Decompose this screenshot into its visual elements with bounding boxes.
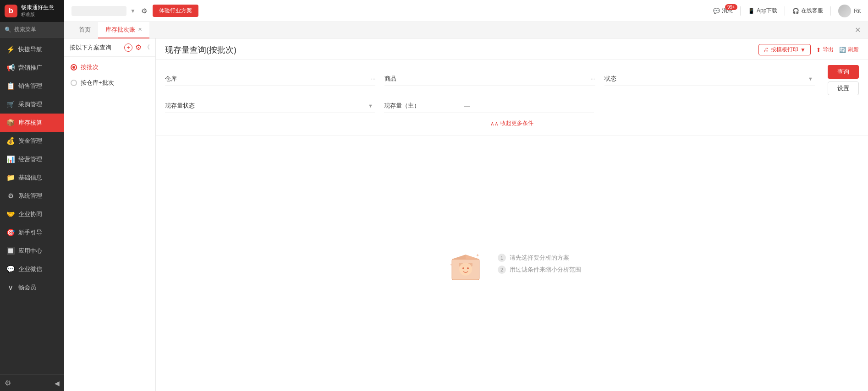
warehouse-more-icon[interactable]: ···	[371, 76, 375, 82]
collapse-more-label: 收起更多条件	[500, 119, 533, 127]
sidebar-item-purchase[interactable]: 🛒 采购管理	[0, 95, 64, 114]
app-version: 标准版	[21, 11, 54, 18]
inventory-status-arrow-icon: ▼	[368, 103, 373, 109]
status-arrow-icon: ▼	[808, 76, 813, 81]
add-scheme-icon[interactable]: +	[124, 43, 132, 52]
chevron-up-icon: ∧∧	[490, 120, 499, 127]
sidebar-item-guide-label: 新手引导	[18, 228, 42, 237]
query-btn[interactable]: 查询	[828, 65, 859, 79]
finance-icon: 💰	[6, 137, 15, 145]
collapse-panel-icon[interactable]: 《	[144, 43, 150, 51]
sidebar: b 畅康通好生意 标准版 🔍 搜索菜单 ⚡ 快捷导航 📢 营销推广 📋 销售管理	[0, 0, 64, 391]
messages-badge: 99+	[725, 4, 737, 10]
sidebar-item-marketing[interactable]: 📢 营销推广	[0, 59, 64, 77]
warehouse-filter-field: 仓库 ···	[165, 75, 375, 86]
online-service-btn[interactable]: 🎧 在线客服	[792, 7, 823, 15]
export-btn[interactable]: ⬆ 导出	[816, 46, 834, 54]
svg-text:✦: ✦	[450, 263, 453, 267]
qty-min-input[interactable]	[423, 102, 460, 109]
sidebar-item-system-label: 系统管理	[18, 192, 42, 200]
warehouse-input[interactable]	[181, 75, 371, 82]
headset-icon: 🎧	[792, 8, 799, 14]
settings-btn[interactable]: 设置	[828, 81, 859, 95]
scheme-by-batch-label: 按批次	[81, 63, 99, 71]
topbar-dropdown-icon[interactable]: ▼	[130, 8, 136, 14]
page-close-icon[interactable]: ✕	[855, 26, 861, 34]
sidebar-item-finance[interactable]: 💰 资金管理	[0, 132, 64, 150]
refresh-btn[interactable]: 🔄 刷新	[839, 46, 859, 54]
tab-close-icon[interactable]: ✕	[138, 27, 142, 33]
sidebar-item-enterprise[interactable]: 🤝 企业协同	[0, 205, 64, 223]
marketing-icon: 📢	[6, 64, 15, 72]
user-name-label: Rit	[854, 8, 861, 14]
sidebar-item-sales[interactable]: 📋 销售管理	[0, 77, 64, 95]
purchase-icon: 🛒	[6, 100, 15, 109]
status-filter-field: 状态 ▼	[604, 75, 815, 86]
sidebar-item-inventory[interactable]: 📦 库存核算	[0, 114, 64, 132]
user-area[interactable]: Rit	[838, 5, 861, 17]
goods-more-icon[interactable]: ···	[591, 76, 595, 82]
topbar-search-input[interactable]	[71, 6, 126, 16]
tip-num-1: 1	[498, 254, 506, 262]
sidebar-item-sales-label: 销售管理	[18, 82, 42, 90]
filter-area: 仓库 ··· 商品 ··· 状态	[156, 60, 868, 136]
page-header-actions: 🖨 按模板打印 ▼ ⬆ 导出 🔄 刷新	[758, 44, 859, 55]
sidebar-item-operations[interactable]: 📊 经营管理	[0, 150, 64, 168]
phone-icon: 📱	[748, 8, 755, 14]
sidebar-item-guide[interactable]: 🎯 新手引导	[0, 223, 64, 242]
app-title-group: 畅康通好生意 标准版	[21, 4, 54, 18]
svg-point-6	[459, 263, 472, 276]
collapse-more-btn[interactable]: ∧∧ 收起更多条件	[165, 117, 859, 130]
sidebar-item-wx[interactable]: 💬 企业微信	[0, 260, 64, 278]
quick-nav-icon: ⚡	[6, 45, 15, 54]
app-name: 畅康通好生意	[21, 4, 54, 11]
svg-point-7	[462, 267, 464, 269]
sidebar-item-member[interactable]: V 畅会员	[0, 278, 64, 297]
qty-main-field: 现存量（主） —	[384, 102, 594, 113]
sidebar-item-basics[interactable]: 📁 基础信息	[0, 168, 64, 187]
empty-state: ✦ ✦ 1 请先选择要分析的方案 2 用过滤条件来缩小分析范围	[156, 136, 868, 391]
experience-btn[interactable]: 体验行业方案	[153, 5, 198, 17]
scheme-active-dot	[71, 64, 77, 71]
scheme-item-by-warehouse-batch[interactable]: 按仓库+批次	[64, 75, 155, 91]
svg-text:✦: ✦	[476, 253, 479, 258]
messages-btn[interactable]: 💬 消息 99+	[713, 7, 733, 15]
sidebar-item-system[interactable]: ⚙ 系统管理	[0, 187, 64, 205]
sidebar-item-member-label: 畅会员	[18, 283, 36, 292]
print-dropdown-icon[interactable]: ▼	[800, 47, 806, 53]
refresh-icon: 🔄	[839, 47, 846, 53]
sidebar-settings-icon[interactable]: ⚙	[5, 379, 11, 387]
qty-max-input[interactable]	[473, 103, 510, 109]
status-select[interactable]	[620, 75, 815, 82]
scheme-item-by-batch[interactable]: 按批次	[64, 60, 155, 75]
inventory-status-select[interactable]	[198, 103, 375, 109]
tab-inventory-batch[interactable]: 库存批次账 ✕	[98, 22, 149, 38]
print-btn[interactable]: 🖨 按模板打印 ▼	[758, 44, 811, 55]
empty-tip-1: 1 请先选择要分析的方案	[498, 254, 581, 262]
sidebar-item-app-center[interactable]: 🔲 应用中心	[0, 242, 64, 260]
topbar-gear-icon[interactable]: ⚙	[141, 7, 147, 15]
operations-icon: 📊	[6, 155, 15, 163]
basics-icon: 📁	[6, 174, 15, 182]
inventory-status-label: 现存量状态	[165, 102, 195, 110]
divider-3	[830, 6, 831, 16]
sidebar-nav: ⚡ 快捷导航 📢 营销推广 📋 销售管理 🛒 采购管理 📦 库存核算 💰	[0, 38, 64, 375]
search-menu[interactable]: 🔍 搜索菜单	[0, 22, 64, 38]
sidebar-header: b 畅康通好生意 标准版	[0, 0, 64, 22]
sidebar-item-purchase-label: 采购管理	[18, 100, 42, 109]
app-download-label: App下载	[757, 7, 777, 15]
filter-buttons: 查询 设置	[828, 65, 859, 95]
member-icon: V	[6, 284, 15, 291]
sidebar-item-wx-label: 企业微信	[18, 265, 42, 273]
empty-illustration: ✦ ✦	[443, 241, 489, 287]
goods-input[interactable]	[400, 75, 590, 82]
tab-home[interactable]: 首页	[71, 22, 98, 38]
app-download-btn[interactable]: 📱 App下载	[748, 7, 777, 15]
sidebar-item-quick-nav[interactable]: ⚡ 快捷导航	[0, 40, 64, 59]
settings-scheme-icon[interactable]: ⚙	[135, 43, 142, 52]
wx-icon: 💬	[6, 265, 15, 273]
refresh-label: 刷新	[848, 46, 859, 54]
sidebar-collapse-icon[interactable]: ◀	[55, 380, 60, 387]
goods-filter-field: 商品 ···	[385, 75, 595, 86]
svg-point-8	[467, 267, 469, 269]
